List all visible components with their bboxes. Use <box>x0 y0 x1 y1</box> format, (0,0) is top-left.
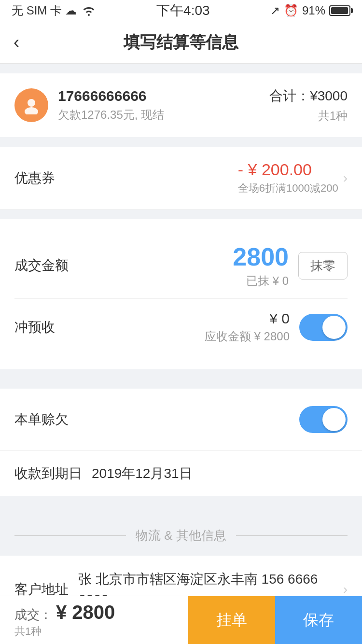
avatar <box>14 88 48 122</box>
save-button[interactable]: 保存 <box>275 596 362 644</box>
prepay-amount-block: ¥ 0 应收金额 ¥ 2800 <box>205 310 290 344</box>
customer-right: 合计：¥3000 共1种 <box>269 87 348 124</box>
wifi-icon <box>82 5 96 16</box>
amount-row: 成交金额 2800 已抹 ¥ 0 抹零 <box>14 233 348 298</box>
coupon-amount: - ¥ 200.00 <box>238 160 338 179</box>
bottom-amount: ¥ 2800 <box>56 602 115 623</box>
coupon-label: 优惠券 <box>14 169 55 187</box>
nav-bar: ‹ 填写结算等信息 <box>0 21 362 64</box>
section-gap-3 <box>0 496 362 506</box>
customer-phone: 17666666666 <box>58 88 164 104</box>
customer-info: 17666666666 欠款1276.35元, 现结 <box>58 88 164 123</box>
status-right: ↗ ⏰ 91% <box>270 4 350 17</box>
section-gap-1 <box>0 210 362 219</box>
prepay-value: ¥ 0 <box>205 310 290 327</box>
debt-row: 本单赊欠 <box>14 402 348 437</box>
debt-section: 本单赊欠 <box>0 389 362 450</box>
customer-left: 17666666666 欠款1276.35元, 现结 <box>14 88 164 123</box>
sim-label: 无 SIM 卡 ☁ <box>12 3 77 18</box>
amount-value: 2800 <box>233 242 289 271</box>
prepay-toggle[interactable] <box>299 314 348 341</box>
logistics-line-left <box>14 535 126 536</box>
due-date-value: 2019年12月31日 <box>92 464 193 483</box>
coupon-right: - ¥ 200.00 全场6折满1000减200 › <box>238 160 348 196</box>
content: 17666666666 欠款1276.35元, 现结 合计：¥3000 共1种 … <box>0 73 362 644</box>
bottom-info: 成交： ¥ 2800 共1种 <box>0 602 188 639</box>
status-time: 下午4:03 <box>156 1 210 20</box>
customer-debt: 欠款1276.35元, 现结 <box>58 107 164 123</box>
battery-percent: 91% <box>302 4 325 17</box>
svg-point-1 <box>25 107 38 114</box>
alarm-icon: ⏰ <box>284 4 298 17</box>
customer-total: 合计：¥3000 <box>269 87 348 105</box>
prepay-right: ¥ 0 应收金额 ¥ 2800 <box>205 310 348 344</box>
toggle-knob <box>322 316 346 339</box>
due-date-section: 收款到期日 2019年12月31日 <box>0 450 362 496</box>
status-left: 无 SIM 卡 ☁ <box>12 3 96 18</box>
chevron-right-icon: › <box>343 170 348 186</box>
due-date-row: 收款到期日 2019年12月31日 <box>14 464 348 483</box>
page-title: 填写结算等信息 <box>124 31 238 54</box>
logistics-section: 物流 & 其他信息 <box>0 516 362 556</box>
prepay-sub: 应收金额 ¥ 2800 <box>205 329 290 344</box>
due-date-label: 收款到期日 <box>14 464 82 483</box>
debt-toggle[interactable] <box>299 406 348 433</box>
amount-section: 成交金额 2800 已抹 ¥ 0 抹零 冲预收 ¥ 0 应收金额 ¥ 2800 <box>0 219 362 369</box>
debt-toggle-knob <box>322 408 346 431</box>
coupon-row[interactable]: 优惠券 - ¥ 200.00 全场6折满1000减200 › <box>0 147 362 210</box>
amount-label: 成交金额 <box>14 256 69 275</box>
amount-right: 2800 已抹 ¥ 0 抹零 <box>233 242 348 289</box>
customer-card: 17666666666 欠款1276.35元, 现结 合计：¥3000 共1种 <box>0 73 362 137</box>
hang-button[interactable]: 挂单 <box>188 596 275 644</box>
coupon-desc: 全场6折满1000减200 <box>238 181 338 196</box>
address-chevron-icon: › <box>343 582 348 597</box>
bottom-bar: 成交： ¥ 2800 共1种 挂单 保存 <box>0 596 362 644</box>
customer-count: 共1种 <box>269 108 348 124</box>
section-gap-2 <box>0 369 362 379</box>
location-icon: ↗ <box>270 4 280 17</box>
bottom-count: 共1种 <box>14 624 174 639</box>
bottom-deal-label: 成交： <box>14 606 52 623</box>
svg-point-0 <box>28 99 35 107</box>
status-bar: 无 SIM 卡 ☁ 下午4:03 ↗ ⏰ 91% <box>0 0 362 21</box>
logistics-line-right <box>236 535 348 536</box>
logistics-label: 物流 & 其他信息 <box>136 527 226 544</box>
battery-icon <box>329 5 350 16</box>
debt-label: 本单赊欠 <box>14 410 69 429</box>
back-button[interactable]: ‹ <box>14 32 19 53</box>
amount-sub: 已抹 ¥ 0 <box>233 273 289 289</box>
round-button[interactable]: 抹零 <box>298 252 348 280</box>
prepay-label: 冲预收 <box>14 318 55 336</box>
prepay-row: 冲预收 ¥ 0 应收金额 ¥ 2800 <box>14 299 348 356</box>
